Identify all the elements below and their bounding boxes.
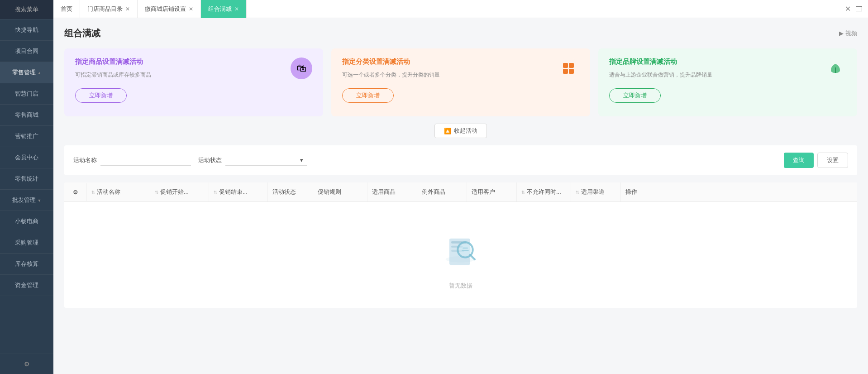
sidebar-settings[interactable]: ⚙ [0,354,53,374]
tab-close-combo-discount[interactable]: ✕ [234,0,239,18]
tab-wechat-store[interactable]: 微商城店铺设置 ✕ [138,0,201,18]
activity-status-select[interactable]: ▾ [225,155,307,166]
tab-bar: 首页 门店商品目录 ✕ 微商城店铺设置 ✕ 组合满减 ✕ ✕ 🗖 [53,0,868,18]
card-category-icon [558,58,579,79]
window-maximize-icon[interactable]: 🗖 [855,5,863,13]
sort-icon: ⇅ [521,190,525,195]
sidebar-search[interactable]: 搜索菜单 [0,0,53,19]
search-bar: 活动名称 活动状态 ▾ 查询 设置 [64,145,857,175]
th-activity-name[interactable]: ⇅ 活动名称 [87,182,150,201]
activity-status-field: 活动状态 ▾ [198,155,307,166]
svg-point-10 [459,244,472,256]
th-status: 活动状态 [268,182,313,201]
grid-icon [562,62,575,75]
th-goods: 适用商品 [367,182,417,201]
sidebar-item-retail-mall[interactable]: 零售商城 [0,105,53,126]
video-link[interactable]: ▶ 视频 [839,29,857,38]
search-buttons: 查询 设置 [784,153,848,168]
sort-icon: ⇅ [91,190,95,195]
th-channel[interactable]: ⇅ 适用渠道 [571,182,621,201]
tab-close-store-catalog[interactable]: ✕ [125,0,130,18]
card-category-add-btn[interactable]: 立即新增 [342,88,394,103]
card-category-desc: 可选一个或者多个分类，提升分类的销量 [342,71,579,79]
main-area: 首页 门店商品目录 ✕ 微商城店铺设置 ✕ 组合满减 ✕ ✕ 🗖 组合满减 ▶ … [53,0,868,374]
activity-name-field: 活动名称 [73,155,191,166]
tab-combo-discount[interactable]: 组合满减 ✕ [201,0,247,18]
sidebar-item-purchase-mgmt[interactable]: 采购管理 [0,232,53,254]
th-customer: 适用客户 [467,182,517,201]
sidebar-item-retail-stats[interactable]: 零售统计 [0,168,53,190]
th-rule: 促销规则 [313,182,367,201]
empty-text: 暂无数据 [449,282,472,290]
sort-icon: ⇅ [155,190,158,195]
sidebar-item-membership[interactable]: 会员中心 [0,147,53,168]
sort-icon: ⇅ [214,190,217,195]
cards-row: 🛍 指定商品设置满减活动 可指定滞销商品或库存较多商品 立即新增 指定分类设置满… [64,48,857,116]
data-table: ⚙ ⇅ 活动名称 ⇅ 促销开始... ⇅ 促销结束... 活动状态 [64,182,857,308]
card-product-title: 指定商品设置满减活动 [75,58,312,66]
sidebar-item-finance[interactable]: 资金管理 [0,275,53,296]
svg-rect-1 [569,63,574,68]
query-button[interactable]: 查询 [784,153,814,168]
card-product-desc: 可指定滞销商品或库存较多商品 [75,71,312,79]
card-product: 🛍 指定商品设置满减活动 可指定滞销商品或库存较多商品 立即新增 [64,48,323,116]
collapse-btn[interactable]: 🔼 收起活动 [434,124,487,138]
th-except: 例外商品 [417,182,467,201]
tab-store-catalog[interactable]: 门店商品目录 ✕ [80,0,138,18]
sidebar: 搜索菜单 快捷导航 项目合同 零售管理 智慧门店 零售商城 营销推广 会员中心 … [0,0,53,374]
card-brand-add-btn[interactable]: 立即新增 [609,88,661,103]
th-action: 操作 [621,182,857,201]
activity-status-label: 活动状态 [198,156,222,164]
collapse-bar: 🔼 收起活动 [64,124,857,138]
th-gear[interactable]: ⚙ [64,183,87,201]
play-circle-icon: ▶ [839,30,844,37]
card-brand-desc: 适合与上游企业联合做营销，提升品牌销量 [609,71,846,79]
empty-image [438,229,483,274]
page-title: 组合满减 [64,27,100,39]
content-area: 组合满减 ▶ 视频 🛍 指定商品设置满减活动 可指定滞销商品或库存较多商品 立即… [53,18,868,374]
sidebar-item-ecommerce[interactable]: 小畅电商 [0,211,53,232]
table-header: ⚙ ⇅ 活动名称 ⇅ 促销开始... ⇅ 促销结束... 活动状态 [64,182,857,202]
activity-name-input[interactable] [100,155,191,166]
sidebar-item-project-contract[interactable]: 项目合同 [0,41,53,62]
card-category-title: 指定分类设置满减活动 [342,58,579,66]
sidebar-item-inventory[interactable]: 库存核算 [0,254,53,275]
card-brand: 指定品牌设置满减活动 适合与上游企业联合做营销，提升品牌销量 立即新增 [598,48,857,116]
window-controls: ✕ 🗖 [839,5,868,13]
sidebar-item-wholesale-mgmt[interactable]: 批发管理 [0,190,53,211]
setting-button[interactable]: 设置 [817,153,848,168]
card-brand-icon [825,58,846,79]
card-product-add-btn[interactable]: 立即新增 [75,88,127,103]
empty-state: 暂无数据 [64,202,857,308]
sidebar-item-marketing[interactable]: 营销推广 [0,126,53,147]
card-product-icon: 🛍 [291,58,312,79]
tab-close-wechat-store[interactable]: ✕ [189,0,193,18]
th-start-date[interactable]: ⇅ 促销开始... [150,182,209,201]
sidebar-item-retail-mgmt[interactable]: 零售管理 [0,62,53,83]
activity-name-label: 活动名称 [73,156,97,164]
tab-home[interactable]: 首页 [53,0,80,18]
svg-rect-3 [569,69,574,74]
th-notallow[interactable]: ⇅ 不允许同时... [517,182,571,201]
leaf-icon [829,62,842,75]
window-close-icon[interactable]: ✕ [845,5,851,13]
chevron-up-icon: 🔼 [444,128,451,134]
gear-icon: ⚙ [24,360,30,368]
sidebar-item-smart-store[interactable]: 智慧门店 [0,83,53,105]
sidebar-item-quick-nav[interactable]: 快捷导航 [0,19,53,41]
th-end-date[interactable]: ⇅ 促销结束... [209,182,268,201]
svg-rect-2 [563,69,568,74]
card-brand-title: 指定品牌设置满减活动 [609,58,846,66]
sort-icon: ⇅ [576,190,579,195]
svg-rect-0 [563,63,568,68]
chevron-down-icon: ▾ [300,157,303,163]
card-category: 指定分类设置满减活动 可选一个或者多个分类，提升分类的销量 立即新增 [331,48,590,116]
page-header: 组合满减 ▶ 视频 [64,27,857,39]
gear-icon: ⚙ [73,189,78,196]
